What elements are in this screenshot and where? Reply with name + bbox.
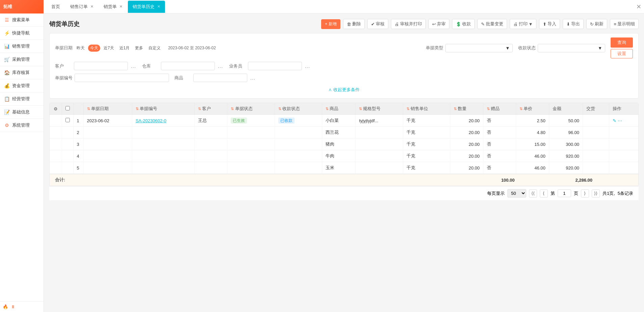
import-button[interactable]: ⬆ 导入 bbox=[539, 19, 560, 29]
shortcut-more[interactable]: 更多 bbox=[133, 45, 145, 52]
filter-row-1: 单据日期 昨天 今天 近7天 近1月 更多 自定义 2023-06-02 至 2… bbox=[55, 37, 633, 58]
print-icon: 🖨 bbox=[513, 22, 518, 27]
goods-more-btn[interactable]: … bbox=[249, 75, 256, 81]
row-spec bbox=[356, 150, 403, 162]
edit-btn[interactable]: ✎ bbox=[613, 118, 616, 123]
tab-sales-goods[interactable]: 销货单 ✕ bbox=[99, 1, 127, 13]
col-doc-date[interactable]: 单据日期 bbox=[83, 103, 132, 115]
sidebar-item-stock-calc[interactable]: 🏠 库存核算 bbox=[0, 66, 44, 79]
page-next-btn[interactable]: ⟩ bbox=[581, 189, 589, 198]
warehouse-input[interactable] bbox=[161, 62, 215, 70]
page-last-btn[interactable]: ⟩⟩ bbox=[592, 189, 600, 198]
review-print-button[interactable]: 🖨 审核并打印 bbox=[391, 19, 426, 29]
tab-home[interactable]: 首页 bbox=[47, 1, 65, 13]
filter-warehouse: 仓库 … bbox=[142, 62, 224, 70]
pause-icon[interactable]: ⏸ bbox=[11, 304, 15, 309]
row-amount: 920.00 bbox=[549, 162, 583, 174]
shortcut-yesterday[interactable]: 昨天 bbox=[75, 45, 87, 52]
tab-close-sales-order[interactable]: ✕ bbox=[90, 4, 93, 9]
filter-row-3: 单据编号 商品 … bbox=[55, 74, 633, 82]
sidebar-item-search-menu[interactable]: ☰ 搜索菜单 bbox=[0, 14, 44, 27]
col-collect-status[interactable]: 收款状态 bbox=[275, 103, 322, 115]
sidebar-logo: 拓维 bbox=[0, 0, 44, 14]
col-customer[interactable]: 客户 bbox=[194, 103, 227, 115]
show-detail-button[interactable]: ≡ 显示明细 bbox=[610, 19, 639, 29]
refresh-button[interactable]: ↻ 刷新 bbox=[586, 19, 607, 29]
sidebar-item-label: 采购管理 bbox=[12, 56, 30, 62]
col-unit-price[interactable]: 单价 bbox=[516, 103, 549, 115]
sidebar-item-purchase-mgmt[interactable]: 🛒 采购管理 bbox=[0, 53, 44, 66]
row-unit-price: 15.00 bbox=[516, 138, 549, 150]
abandon-button[interactable]: ↩ 弃审 bbox=[428, 19, 449, 29]
col-sales-unit[interactable]: 销售单位 bbox=[403, 103, 450, 115]
tab-close-sales-history[interactable]: ✕ bbox=[157, 4, 160, 9]
row-doc-status bbox=[227, 162, 275, 174]
row-settings-cell bbox=[50, 115, 62, 127]
row-collect-status bbox=[275, 162, 322, 174]
date-label: 单据日期 bbox=[55, 45, 73, 51]
new-button[interactable]: + 新增 bbox=[321, 19, 340, 29]
review-button[interactable]: ✔ 审核 bbox=[367, 19, 388, 29]
col-goods[interactable]: 商品 bbox=[322, 103, 356, 115]
sidebar-item-quick-nav[interactable]: ⚡ 快捷导航 bbox=[0, 27, 44, 40]
shortcut-7days[interactable]: 近7天 bbox=[102, 45, 116, 52]
doc-no-input[interactable] bbox=[75, 74, 169, 82]
row-spec: tyjyjtyjdf... bbox=[356, 115, 403, 127]
page-first-btn[interactable]: ⟨⟨ bbox=[529, 189, 537, 198]
page-size-select[interactable]: 50 100 200 bbox=[507, 189, 526, 198]
col-spec[interactable]: 规格型号 bbox=[356, 103, 403, 115]
tab-close-sales-goods[interactable]: ✕ bbox=[119, 4, 122, 9]
sidebar-item-sys-mgmt[interactable]: ⚙ 系统管理 bbox=[0, 119, 44, 132]
doc-type-select[interactable]: ▼ bbox=[445, 44, 513, 52]
print-chevron: ▼ bbox=[529, 22, 533, 27]
row-collect-status: 已收款 bbox=[275, 115, 322, 127]
page-input[interactable] bbox=[558, 189, 571, 197]
row-action bbox=[609, 150, 638, 162]
business-input[interactable] bbox=[248, 62, 302, 70]
more-btn[interactable]: ⋯ bbox=[618, 118, 622, 123]
warehouse-more-btn[interactable]: … bbox=[217, 63, 224, 69]
collect-status-select[interactable]: ▼ bbox=[538, 44, 605, 52]
row-trade bbox=[583, 115, 609, 127]
collect-button[interactable]: 💲 收款 bbox=[452, 19, 475, 29]
col-settings[interactable]: ⚙ bbox=[50, 103, 62, 115]
sidebar-item-ops-mgmt[interactable]: 📋 经营管理 bbox=[0, 93, 44, 106]
col-doc-status[interactable]: 单据状态 bbox=[227, 103, 275, 115]
goods-input[interactable] bbox=[193, 74, 247, 82]
col-gift[interactable]: 赠品 bbox=[483, 103, 516, 115]
col-doc-no[interactable]: 单据编号 bbox=[132, 103, 194, 115]
print-button[interactable]: 🖨 打印 ▼ bbox=[510, 19, 537, 29]
business-more-btn[interactable]: … bbox=[304, 63, 311, 69]
col-quantity[interactable]: 数量 bbox=[450, 103, 483, 115]
collapse-btn[interactable]: ∧ 收起更多条件 bbox=[55, 85, 633, 94]
export-button[interactable]: ⬇ 导出 bbox=[563, 19, 584, 29]
row-doc-date bbox=[83, 138, 132, 150]
sidebar-item-sales-mgmt[interactable]: 📊 销售管理 bbox=[0, 40, 44, 53]
row-gift: 否 bbox=[483, 150, 516, 162]
setting-button[interactable]: 设置 bbox=[611, 49, 633, 58]
shortcut-custom[interactable]: 自定义 bbox=[146, 45, 163, 52]
shortcut-1month[interactable]: 近1月 bbox=[117, 45, 132, 52]
delete-button[interactable]: 🗑 删除 bbox=[343, 19, 365, 29]
tab-close-all[interactable]: ✕ bbox=[636, 3, 641, 10]
batch-change-button[interactable]: ✎ 批量变更 bbox=[477, 19, 507, 29]
doc-no-link[interactable]: SA-20230602-0 bbox=[136, 118, 166, 123]
row-doc-no bbox=[132, 150, 194, 162]
date-range-value: 2023-06-02 至 2023-06-02 bbox=[168, 46, 216, 50]
shortcut-today[interactable]: 今天 bbox=[88, 45, 100, 52]
fire-icon[interactable]: 🔥 bbox=[3, 304, 8, 309]
row-checkbox[interactable] bbox=[65, 118, 70, 122]
tab-sales-history[interactable]: 销货单历史 ✕ bbox=[128, 1, 165, 13]
sidebar-item-finance-mgmt[interactable]: 💰 资金管理 bbox=[0, 79, 44, 93]
select-all-checkbox[interactable] bbox=[65, 106, 70, 110]
query-button[interactable]: 查询 bbox=[611, 37, 633, 48]
customer-input[interactable] bbox=[74, 62, 128, 70]
row-spec bbox=[356, 162, 403, 174]
sidebar-item-basic-info[interactable]: 📝 基础信息 bbox=[0, 106, 44, 119]
settings-icon[interactable]: ⚙ bbox=[54, 106, 58, 111]
row-no: 2 bbox=[73, 127, 83, 138]
page-prev-btn[interactable]: ⟨ bbox=[540, 189, 548, 198]
customer-more-btn[interactable]: … bbox=[130, 63, 137, 69]
row-sales-unit: 千克 bbox=[403, 138, 450, 150]
tab-sales-order[interactable]: 销售订单 ✕ bbox=[65, 1, 98, 13]
